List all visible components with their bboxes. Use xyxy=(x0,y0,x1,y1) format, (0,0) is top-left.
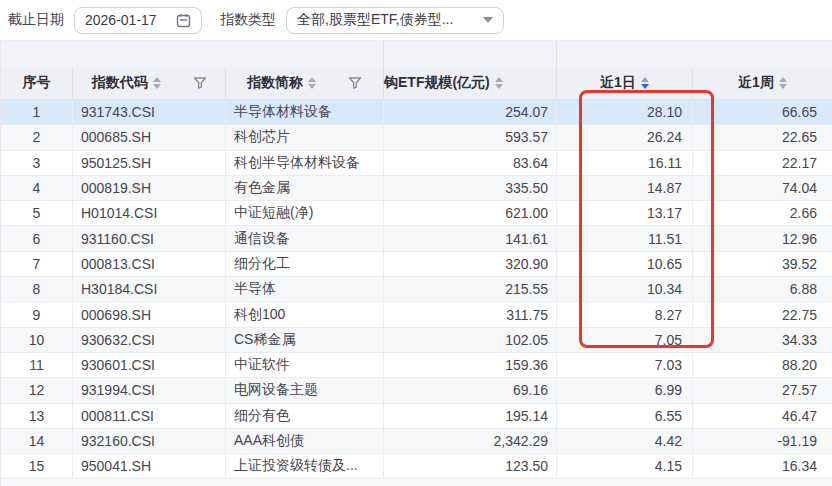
filter-icon[interactable] xyxy=(193,76,207,90)
cell-index-name: 细分化工 xyxy=(226,252,384,276)
cell-1day-change: 4.15 xyxy=(557,454,693,478)
cell-etf-scale: 195.14 xyxy=(384,404,557,428)
cell-index-name: 有色金属 xyxy=(226,176,384,200)
dropdown-arrow-icon xyxy=(483,17,493,23)
table-row[interactable]: 8 H30184.CSI 半导体 215.55 10.34 6.88 xyxy=(1,277,832,302)
table-row[interactable]: 4 000819.SH 有色金属 335.50 14.87 74.04 xyxy=(1,176,832,201)
cell-index-name: 细分有色 xyxy=(226,404,384,428)
header-group-strip xyxy=(1,40,832,67)
cell-index-code: 931994.CSI xyxy=(73,378,226,402)
cell-1day-change: 4.42 xyxy=(557,429,693,453)
cell-1day-change: 10.34 xyxy=(557,277,693,301)
table-row[interactable]: 5 H01014.CSI 中证短融(净) 621.00 13.17 2.66 xyxy=(1,201,832,226)
header-label: 近1周 xyxy=(738,74,774,92)
sort-caret-icon[interactable] xyxy=(779,77,787,89)
cell-seq: 12 xyxy=(1,378,73,402)
table-row[interactable]: 9 000698.SH 科创100 311.75 8.27 22.75 xyxy=(1,302,832,327)
sort-caret-icon[interactable] xyxy=(153,77,161,89)
cell-etf-scale: 102.05 xyxy=(384,328,557,352)
cell-1week-change: -91.19 xyxy=(693,429,832,453)
cell-1day-change: 26.24 xyxy=(557,125,693,149)
header-index-name[interactable]: 指数简称 xyxy=(226,67,384,99)
cell-1day-change: 14.87 xyxy=(557,176,693,200)
cell-index-code: 000813.CSI xyxy=(73,252,226,276)
header-label: 钩ETF规模(亿元) xyxy=(384,74,490,92)
cell-1week-change: 22.65 xyxy=(693,125,832,149)
index-type-value: 全部,股票型ETF,债券型... xyxy=(297,11,453,29)
cell-index-name: 半导体材料设备 xyxy=(226,100,384,124)
table-row[interactable]: 6 931160.CSI 通信设备 141.61 11.51 12.96 xyxy=(1,226,832,251)
cell-index-name: CS稀金属 xyxy=(226,328,384,352)
cell-seq: 5 xyxy=(1,201,73,225)
header-label: 序号 xyxy=(23,74,51,92)
cell-index-name: 中证短融(净) xyxy=(226,201,384,225)
table-row[interactable]: 1 931743.CSI 半导体材料设备 254.07 28.10 66.65 xyxy=(1,100,832,125)
cell-1week-change: 6.88 xyxy=(693,277,832,301)
partial-next-row xyxy=(1,479,832,486)
table-row[interactable]: 10 930632.CSI CS稀金属 102.05 7.05 34.33 xyxy=(1,328,832,353)
cell-1week-change: 12.96 xyxy=(693,226,832,250)
cell-index-code: 930632.CSI xyxy=(73,328,226,352)
table-row[interactable]: 11 930601.CSI 中证软件 159.36 7.03 88.20 xyxy=(1,353,832,378)
header-label: 指数代码 xyxy=(92,74,148,92)
cell-1day-change: 28.10 xyxy=(557,100,693,124)
cell-etf-scale: 311.75 xyxy=(384,302,557,326)
header-index-code[interactable]: 指数代码 xyxy=(73,67,226,99)
header-1week-change[interactable]: 近1周 xyxy=(693,67,832,99)
cell-index-name: AAA科创债 xyxy=(226,429,384,453)
sort-caret-icon[interactable] xyxy=(308,77,316,89)
table-row[interactable]: 15 950041.SH 上证投资级转债及... 123.50 4.15 16.… xyxy=(1,454,832,479)
cell-seq: 15 xyxy=(1,454,73,478)
calendar-icon xyxy=(176,13,191,28)
cell-index-name: 上证投资级转债及... xyxy=(226,454,384,478)
cell-index-code: 000811.CSI xyxy=(73,404,226,428)
cell-index-name: 半导体 xyxy=(226,277,384,301)
cell-seq: 7 xyxy=(1,252,73,276)
cell-1week-change: 39.52 xyxy=(693,252,832,276)
table-row[interactable]: 12 931994.CSI 电网设备主题 69.16 6.99 27.57 xyxy=(1,378,832,403)
filter-icon[interactable] xyxy=(348,76,362,90)
table-row[interactable]: 3 950125.SH 科创半导体材料设备 83.64 16.11 22.17 xyxy=(1,151,832,176)
cell-seq: 1 xyxy=(1,100,73,124)
index-type-select[interactable]: 全部,股票型ETF,债券型... xyxy=(286,7,504,34)
header-seq[interactable]: 序号 xyxy=(1,67,73,99)
cell-index-code: 931160.CSI xyxy=(73,226,226,250)
cell-etf-scale: 83.64 xyxy=(384,151,557,175)
sort-caret-icon-active[interactable] xyxy=(641,77,649,89)
column-divider xyxy=(556,41,557,67)
cell-1week-change: 2.66 xyxy=(693,201,832,225)
cell-etf-scale: 123.50 xyxy=(384,454,557,478)
cell-1day-change: 13.17 xyxy=(557,201,693,225)
sort-caret-icon[interactable] xyxy=(495,77,503,89)
date-label: 截止日期 xyxy=(8,11,64,29)
cell-etf-scale: 141.61 xyxy=(384,226,557,250)
cell-index-name: 科创芯片 xyxy=(226,125,384,149)
cell-seq: 13 xyxy=(1,404,73,428)
cell-1week-change: 22.75 xyxy=(693,302,832,326)
cell-seq: 9 xyxy=(1,302,73,326)
table-row[interactable]: 2 000685.SH 科创芯片 593.57 26.24 22.65 xyxy=(1,125,832,150)
cell-index-code: H30184.CSI xyxy=(73,277,226,301)
cell-etf-scale: 335.50 xyxy=(384,176,557,200)
cell-1day-change: 6.55 xyxy=(557,404,693,428)
cell-seq: 6 xyxy=(1,226,73,250)
table-row[interactable]: 7 000813.CSI 细分化工 320.90 10.65 39.52 xyxy=(1,252,832,277)
date-picker[interactable]: 2026-01-17 xyxy=(74,7,202,34)
cell-index-name: 中证软件 xyxy=(226,353,384,377)
cell-1week-change: 22.17 xyxy=(693,151,832,175)
cell-1week-change: 46.47 xyxy=(693,404,832,428)
index-table: 序号 指数代码 指数简称 钩ETF规模(亿元) 近1日 近1周 xyxy=(0,40,832,486)
cell-index-code: 950041.SH xyxy=(73,454,226,478)
header-etf-scale[interactable]: 钩ETF规模(亿元) xyxy=(384,67,557,99)
table-body: 1 931743.CSI 半导体材料设备 254.07 28.10 66.65 … xyxy=(1,100,832,479)
cell-etf-scale: 2,342.29 xyxy=(384,429,557,453)
cell-1day-change: 10.65 xyxy=(557,252,693,276)
header-1day-change[interactable]: 近1日 xyxy=(557,67,693,99)
cell-1day-change: 7.03 xyxy=(557,353,693,377)
cell-etf-scale: 254.07 xyxy=(384,100,557,124)
table-row[interactable]: 13 000811.CSI 细分有色 195.14 6.55 46.47 xyxy=(1,404,832,429)
cell-index-code: 931743.CSI xyxy=(73,100,226,124)
cell-1week-change: 27.57 xyxy=(693,378,832,402)
table-row[interactable]: 14 932160.CSI AAA科创债 2,342.29 4.42 -91.1… xyxy=(1,429,832,454)
cell-index-name: 科创半导体材料设备 xyxy=(226,151,384,175)
